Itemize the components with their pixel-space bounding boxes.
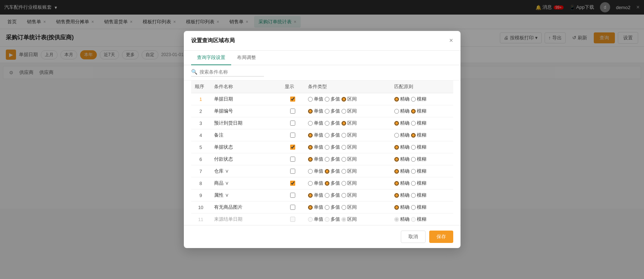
cell-match: 精确模糊 [391, 129, 453, 141]
radio-match-精确-row-2[interactable] [394, 109, 399, 114]
checkbox-row-9[interactable] [290, 193, 295, 198]
cell-order: 2 [191, 105, 211, 117]
cell-name: 单据状态 [210, 141, 281, 153]
table-header-row: 顺序 条件名称 显示 条件类型 匹配原则 [191, 80, 453, 93]
modal-tab-layout[interactable]: 布局调整 [231, 51, 262, 65]
radio-match-精确-row-8[interactable] [394, 181, 399, 186]
radio-type-单值-row-3[interactable] [308, 121, 313, 126]
checkbox-row-8[interactable] [290, 181, 295, 186]
radio-type-区间-row-4[interactable] [341, 133, 346, 138]
radio-match-模糊-row-2[interactable] [411, 109, 416, 114]
radio-match-模糊-row-6[interactable] [411, 157, 416, 162]
radio-type-多值-row-7[interactable] [325, 169, 329, 174]
radio-type-区间-row-8[interactable] [341, 181, 346, 186]
modal-title: 设置查询区域布局 [191, 37, 235, 44]
radio-type-单值-row-4[interactable] [308, 133, 313, 138]
modal-close-button[interactable]: × [449, 37, 453, 44]
checkbox-row-4[interactable] [290, 133, 295, 138]
radio-match-精确-row-6[interactable] [394, 157, 399, 162]
radio-type-多值-row-1[interactable] [325, 97, 329, 102]
cell-name: 备注 [210, 129, 281, 141]
cell-order: 3 [191, 117, 211, 129]
cell-name: 商品 ∨ [210, 177, 281, 189]
radio-type-多值-row-4[interactable] [325, 133, 329, 138]
cell-name: 属性 ∨ [210, 189, 281, 201]
radio-match-模糊-row-7[interactable] [411, 169, 416, 174]
modal-tab-query-fields[interactable]: 查询字段设置 [191, 51, 231, 65]
th-match: 匹配原则 [391, 80, 453, 93]
radio-type-单值-row-5[interactable] [308, 145, 313, 150]
checkbox-row-3[interactable] [290, 121, 295, 126]
cell-order: 5 [191, 141, 211, 153]
radio-type-区间-row-6[interactable] [341, 157, 346, 162]
radio-type-区间-row-5[interactable] [341, 145, 346, 150]
radio-type-多值-row-10[interactable] [325, 205, 329, 209]
radio-match-模糊-row-1[interactable] [411, 97, 416, 102]
radio-match-精确-row-1[interactable] [394, 97, 399, 102]
radio-match-模糊-row-5[interactable] [411, 145, 416, 150]
search-input[interactable] [199, 69, 258, 75]
cell-type: 单值多值区间 [304, 93, 390, 105]
radio-type-多值-row-2[interactable] [325, 109, 329, 114]
cell-match: 精确模糊 [391, 189, 453, 201]
radio-type-区间-row-3[interactable] [341, 121, 346, 126]
modal-table-container: 顺序 条件名称 显示 条件类型 匹配原则 [184, 80, 461, 209]
search-box: 🔍 [191, 69, 264, 76]
radio-match-模糊-row-3[interactable] [411, 121, 416, 126]
radio-type-多值-row-3[interactable] [325, 121, 329, 126]
radio-type-单值-row-9[interactable] [308, 193, 313, 198]
radio-type-单值-row-1[interactable] [308, 97, 313, 102]
radio-match-精确-row-9[interactable] [394, 193, 399, 198]
radio-type-单值-row-7[interactable] [308, 169, 313, 174]
table-row: 9属性 ∨单值多值区间精确模糊 [191, 189, 453, 201]
radio-type-多值-row-6[interactable] [325, 157, 329, 162]
radio-match-模糊-row-9[interactable] [411, 193, 416, 198]
checkbox-row-5[interactable] [290, 145, 295, 150]
radio-match-精确-row-3[interactable] [394, 121, 399, 126]
cell-type: 单值多值区间 [304, 141, 390, 153]
radio-match-精确-row-7[interactable] [394, 169, 399, 174]
radio-match-模糊-row-4[interactable] [411, 133, 416, 138]
cell-match: 精确模糊 [391, 165, 453, 177]
cell-order: 10 [191, 201, 211, 209]
radio-type-单值-row-8[interactable] [308, 181, 313, 186]
modal-tabs: 查询字段设置 布局调整 [184, 51, 461, 65]
checkbox-row-6[interactable] [290, 157, 295, 162]
radio-type-区间-row-1[interactable] [341, 97, 346, 102]
table-row: 1单据日期单值多值区间精确模糊 [191, 93, 453, 105]
radio-type-区间-row-10[interactable] [341, 205, 346, 209]
checkbox-row-2[interactable] [290, 109, 295, 114]
radio-match-模糊-row-10[interactable] [411, 205, 416, 209]
cell-order: 6 [191, 153, 211, 165]
radio-type-多值-row-8[interactable] [325, 181, 329, 186]
cell-name: 付款状态 [210, 153, 281, 165]
radio-type-区间-row-7[interactable] [341, 169, 346, 174]
cell-name: 单据编号 [210, 105, 281, 117]
settings-modal: 设置查询区域布局 × 查询字段设置 布局调整 🔍 [184, 31, 461, 209]
radio-type-区间-row-2[interactable] [341, 109, 346, 114]
radio-type-单值-row-10[interactable] [308, 205, 313, 209]
radio-match-精确-row-10[interactable] [394, 205, 399, 209]
radio-match-模糊-row-8[interactable] [411, 181, 416, 186]
checkbox-row-7[interactable] [290, 169, 295, 174]
checkbox-row-1[interactable] [290, 97, 295, 102]
radio-type-区间-row-9[interactable] [341, 193, 346, 198]
cell-match: 精确模糊 [391, 201, 453, 209]
table-row: 10有无商品图片单值多值区间精确模糊 [191, 201, 453, 209]
cell-type: 单值多值区间 [304, 201, 390, 209]
radio-type-多值-row-9[interactable] [325, 193, 329, 198]
cell-match: 精确模糊 [391, 93, 453, 105]
table-row: 2单据编号单值多值区间精确模糊 [191, 105, 453, 117]
radio-type-单值-row-6[interactable] [308, 157, 313, 162]
radio-type-多值-row-5[interactable] [325, 145, 329, 150]
radio-match-精确-row-4[interactable] [394, 133, 399, 138]
table-row: 4备注单值多值区间精确模糊 [191, 129, 453, 141]
th-order: 顺序 [191, 80, 211, 93]
table-row: 7仓库 ∨单值多值区间精确模糊 [191, 165, 453, 177]
modal-table: 顺序 条件名称 显示 条件类型 匹配原则 [191, 80, 453, 209]
checkbox-row-10[interactable] [290, 205, 295, 209]
cell-name: 预计到货日期 [210, 117, 281, 129]
radio-match-精确-row-5[interactable] [394, 145, 399, 150]
th-display: 显示 [281, 80, 304, 93]
radio-type-单值-row-2[interactable] [308, 109, 313, 114]
